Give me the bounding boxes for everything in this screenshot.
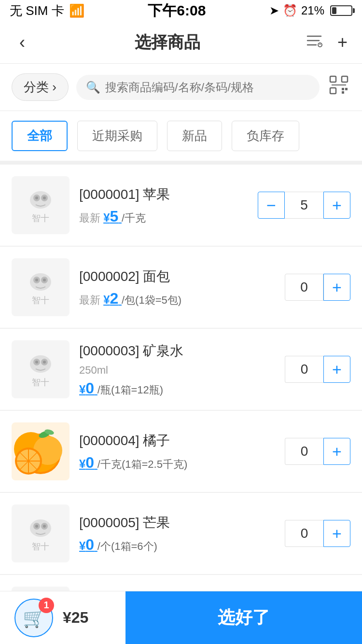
product-image	[12, 422, 70, 480]
plus-button[interactable]: +	[323, 356, 350, 383]
placeholder-logo: 智十	[26, 268, 55, 306]
product-price: 最新 ¥2 /包(1袋=5包)	[79, 290, 275, 308]
cart-total: ¥25	[63, 609, 88, 627]
product-name: [0000003] 矿泉水	[79, 342, 275, 360]
page-title: 选择商品	[135, 31, 200, 54]
tab-recent[interactable]: 近期采购	[77, 121, 157, 151]
product-name: [0000001] 苹果	[79, 185, 248, 204]
back-button[interactable]: ‹	[14, 28, 30, 57]
svg-rect-11	[342, 91, 344, 94]
status-bar: 无 SIM 卡 📶 下午6:08 ➤ ⏰ 21%	[0, 0, 362, 21]
plus-button[interactable]: +	[323, 192, 350, 219]
svg-rect-5	[330, 76, 336, 82]
status-time: 下午6:08	[148, 1, 206, 21]
plus-button[interactable]: +	[323, 274, 350, 301]
product-name: [0000005] 芒果	[79, 514, 275, 532]
wifi-icon: 📶	[69, 3, 84, 18]
quantity-control: +	[285, 356, 350, 383]
product-price: 最新 ¥5 /千克	[79, 208, 248, 225]
product-name: [0000004] 橘子	[79, 432, 275, 450]
cart-section: 🛒 1 ¥25	[0, 599, 125, 637]
tab-all[interactable]: 全部	[12, 121, 68, 151]
filter-icon[interactable]	[306, 32, 323, 53]
product-list: 智十 [0000001] 苹果 最新 ¥5 /千克 − +	[0, 165, 362, 644]
status-left: 无 SIM 卡 📶	[10, 2, 84, 19]
placeholder-logo: 智十	[26, 186, 55, 224]
product-name: [0000002] 面包	[79, 267, 275, 286]
quantity-input[interactable]	[285, 438, 323, 465]
alarm-icon: ⏰	[283, 4, 297, 17]
svg-point-15	[35, 196, 38, 199]
location-icon: ➤	[269, 4, 279, 17]
product-image: 智十	[12, 258, 70, 316]
battery-icon	[330, 5, 352, 16]
status-right: ➤ ⏰ 21%	[269, 4, 352, 17]
cart-badge: 1	[39, 598, 54, 613]
quantity-control: +	[285, 438, 350, 465]
product-image: 智十	[12, 504, 70, 562]
product-image: 智十	[12, 340, 70, 398]
svg-rect-6	[342, 76, 348, 82]
tab-row: 全部 近期采购 新品 负库存	[0, 111, 362, 165]
product-info: [0000005] 芒果 ¥0 /个(1箱=6个)	[79, 514, 275, 554]
quantity-input[interactable]	[285, 356, 323, 383]
svg-point-26	[43, 361, 46, 364]
product-item: 智十 [0000001] 苹果 最新 ¥5 /千克 − +	[0, 165, 362, 246]
tab-negative[interactable]: 负库存	[232, 121, 299, 151]
filter-row: 分类 › 🔍	[0, 64, 362, 111]
tab-new[interactable]: 新品	[167, 121, 222, 151]
product-info: [0000004] 橘子 ¥0 /千克(1箱=2.5千克)	[79, 432, 275, 472]
search-box: 🔍	[76, 75, 320, 100]
search-input[interactable]	[105, 81, 310, 94]
product-price: ¥0 /个(1箱=6个)	[79, 536, 275, 554]
nav-bar: ‹ 选择商品 +	[0, 21, 362, 64]
product-price: ¥0 /瓶(1箱=12瓶)	[79, 379, 275, 397]
svg-rect-9	[342, 88, 344, 90]
svg-point-16	[43, 196, 46, 199]
svg-point-20	[35, 279, 38, 281]
search-icon: 🔍	[86, 81, 100, 94]
plus-button[interactable]: +	[323, 520, 350, 547]
placeholder-logo: 智十	[26, 515, 55, 552]
confirm-button[interactable]: 选好了	[125, 591, 362, 644]
product-item: 智十 [0000003] 矿泉水 250ml ¥0 /瓶(1箱=12瓶) +	[0, 329, 362, 410]
product-info: [0000002] 面包 最新 ¥2 /包(1袋=5包)	[79, 267, 275, 308]
quantity-control: +	[285, 520, 350, 547]
placeholder-logo: 智十	[26, 350, 55, 388]
quantity-input[interactable]	[285, 192, 323, 219]
plus-button[interactable]: +	[323, 438, 350, 465]
quantity-control: − +	[258, 192, 350, 219]
add-icon[interactable]: +	[337, 32, 348, 53]
product-info: [0000003] 矿泉水 250ml ¥0 /瓶(1箱=12瓶)	[79, 342, 275, 397]
product-item: 智十 [0000005] 芒果 ¥0 /个(1箱=6个) +	[0, 493, 362, 574]
quantity-control: +	[285, 274, 350, 301]
product-price: ¥0 /千克(1箱=2.5千克)	[79, 454, 275, 472]
quantity-input[interactable]	[285, 274, 323, 301]
orange-image	[12, 422, 70, 480]
category-button[interactable]: 分类 ›	[12, 73, 69, 101]
svg-rect-7	[330, 88, 336, 94]
product-info: [0000001] 苹果 最新 ¥5 /千克	[79, 185, 248, 225]
svg-point-25	[35, 361, 38, 364]
quantity-input[interactable]	[285, 520, 323, 547]
minus-button[interactable]: −	[258, 192, 285, 219]
scan-icon[interactable]	[327, 73, 350, 101]
svg-rect-10	[345, 88, 348, 90]
product-item: 智十 [0000002] 面包 最新 ¥2 /包(1袋=5包) +	[0, 247, 362, 328]
product-spec: 250ml	[79, 364, 275, 377]
nav-actions: +	[306, 32, 348, 53]
cart-icon-wrapper[interactable]: 🛒 1	[14, 599, 53, 637]
product-image: 智十	[12, 176, 70, 234]
svg-point-43	[43, 525, 46, 528]
svg-point-42	[35, 525, 38, 528]
svg-point-21	[43, 279, 46, 281]
product-item: [0000004] 橘子 ¥0 /千克(1箱=2.5千克) +	[0, 411, 362, 492]
battery-percent: 21%	[301, 4, 324, 17]
bottom-bar: 🛒 1 ¥25 选好了	[0, 591, 362, 644]
carrier-text: 无 SIM 卡	[10, 2, 64, 19]
